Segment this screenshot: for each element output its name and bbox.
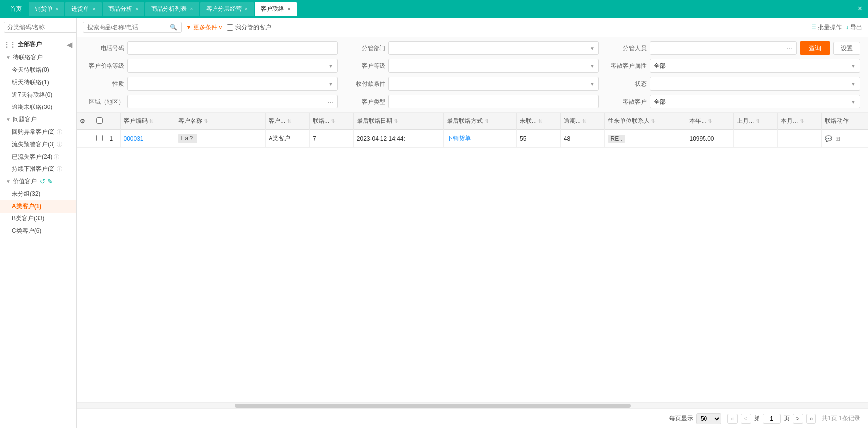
phone-label: 电话号码: [85, 44, 124, 53]
sidebar-item-churned[interactable]: 已流失客户(24) ⓘ: [0, 151, 76, 163]
manager-label: 分管人员: [607, 44, 647, 53]
tab-customer-segment-close[interactable]: ×: [245, 6, 248, 12]
my-customers-checkbox[interactable]: 我分管的客户: [227, 23, 271, 32]
cell-last-method[interactable]: 下销货单: [444, 130, 517, 148]
next-page-btn[interactable]: >: [793, 414, 803, 424]
col-code[interactable]: 客户编码 ⇅: [120, 113, 175, 130]
last-page-btn[interactable]: »: [806, 414, 816, 424]
info-icon-churned: ⓘ: [54, 153, 59, 160]
main-search-input[interactable]: [87, 24, 168, 31]
col-contact[interactable]: 联络... ⇅: [310, 113, 354, 130]
prev-page-btn[interactable]: <: [741, 414, 751, 424]
status-dropdown[interactable]: ▼: [650, 77, 860, 91]
filter-row-nature: 性质 ▼: [85, 77, 338, 91]
group-problem-customers[interactable]: ▼ 问题客户: [0, 113, 76, 126]
all-customers-label[interactable]: 全部客户: [18, 40, 42, 49]
comment-icon[interactable]: 💬: [825, 135, 832, 142]
customer-type-input[interactable]: [388, 95, 599, 108]
all-customers-header: ⋮⋮ 全部客户 ◀: [0, 37, 76, 52]
price-level-dropdown[interactable]: ▼: [127, 59, 338, 73]
tab-customer-contact-close[interactable]: ×: [287, 6, 290, 12]
settings-icon[interactable]: ⚙: [80, 118, 85, 125]
col-unit-contact[interactable]: 往来单位联系人 ⇅: [604, 113, 686, 130]
tab-analysis-list-close[interactable]: ×: [190, 6, 193, 12]
col-overdue[interactable]: 逾期... ⇅: [560, 113, 604, 130]
col-settings[interactable]: ⚙: [77, 113, 93, 130]
first-page-btn[interactable]: «: [727, 414, 738, 424]
col-last-month[interactable]: 上月... ⇅: [734, 113, 778, 130]
col-unit-contact-label: 往来单位联系人: [608, 117, 650, 124]
col-last-method-label: 最后联络方式: [447, 117, 483, 124]
sidebar-item-class-c[interactable]: C类客户(6): [0, 225, 76, 237]
retail-customer-dropdown[interactable]: 全部 ▼: [650, 95, 860, 108]
nature-dropdown[interactable]: ▼: [127, 77, 338, 91]
close-all-tabs[interactable]: ×: [856, 2, 864, 15]
tab-analysis-list[interactable]: 商品分析列表 ×: [145, 2, 199, 16]
col-last-method[interactable]: 最后联络方式 ⇅: [444, 113, 517, 130]
dept-dropdown[interactable]: ▼: [388, 41, 599, 55]
group-pending-contact[interactable]: ▼ 待联络客户: [0, 52, 76, 64]
sidebar-item-churn-warning[interactable]: 流失预警客户(3) ⓘ: [0, 138, 76, 151]
manager-input[interactable]: ···: [650, 41, 797, 55]
sidebar-item-declining[interactable]: 持续下滑客户(2) ⓘ: [0, 163, 76, 175]
col-this-month-label: 本月...: [781, 117, 798, 124]
retail-attr-dropdown[interactable]: 全部 ▼: [650, 59, 860, 73]
batch-op-label: 批量操作: [818, 23, 842, 32]
sidebar-collapse-btn[interactable]: ◀: [67, 41, 72, 49]
refresh-icon[interactable]: ↺: [40, 178, 45, 185]
setting-button[interactable]: 设置: [833, 42, 860, 55]
edit-icon[interactable]: ✎: [47, 178, 53, 185]
tab-purchase[interactable]: 进货单 ×: [65, 2, 101, 16]
current-page-input[interactable]: [763, 414, 781, 424]
col-this-month[interactable]: 本月... ⇅: [778, 113, 822, 130]
sidebar-item-tomorrow[interactable]: 明天待联络(1): [0, 76, 76, 89]
cell-action: 💬 ⊞: [822, 130, 868, 148]
tab-sales-label: 销货单: [35, 5, 53, 13]
more-filters-btn[interactable]: ▼ 更多条件 ∨: [186, 23, 223, 32]
export-btn[interactable]: ↓ 导出: [846, 23, 862, 32]
sidebar-item-class-b[interactable]: B类客户(33): [0, 213, 76, 225]
tab-home[interactable]: 首页: [4, 2, 28, 16]
sidebar-item-abnormal[interactable]: 回购异常客户(2) ⓘ: [0, 126, 76, 138]
sidebar-search-input[interactable]: [4, 22, 77, 33]
per-page-select[interactable]: 50 100 200: [696, 413, 721, 424]
region-input[interactable]: ···: [127, 95, 338, 108]
tab-customer-segment[interactable]: 客户分层经营 ×: [200, 2, 254, 16]
group-value-customers[interactable]: ▼ 价值客户 ↺ ✎: [0, 175, 76, 188]
batch-op-btn[interactable]: ☰ 批量操作: [811, 23, 842, 32]
tab-analysis[interactable]: 商品分析 ×: [103, 2, 144, 16]
tab-purchase-close[interactable]: ×: [92, 6, 95, 12]
col-name[interactable]: 客户名称 ⇅: [175, 113, 266, 130]
grid-icon[interactable]: ⊞: [835, 135, 840, 142]
col-type[interactable]: 客户... ⇅: [266, 113, 310, 130]
col-no-contact[interactable]: 未联... ⇅: [517, 113, 561, 130]
sidebar-item-ungrouped[interactable]: 未分组(32): [0, 188, 76, 200]
phone-input[interactable]: [127, 41, 338, 55]
my-customers-check[interactable]: [227, 24, 233, 31]
scroll-thumb[interactable]: [235, 404, 631, 408]
col-last-date[interactable]: 最后联络日期 ⇅: [353, 113, 444, 130]
horizontal-scrollbar[interactable]: [77, 402, 868, 408]
tab-customer-segment-label: 客户分层经营: [206, 5, 242, 13]
cell-checkbox[interactable]: [93, 130, 107, 148]
row-checkbox[interactable]: [96, 135, 103, 141]
cell-code[interactable]: 000031: [120, 130, 175, 148]
search-button[interactable]: 查询: [800, 41, 830, 55]
tab-sales[interactable]: 销货单 ×: [29, 2, 64, 16]
tab-sales-close[interactable]: ×: [55, 6, 58, 12]
tab-analysis-close[interactable]: ×: [135, 6, 138, 12]
col-this-year[interactable]: 本年... ⇅: [686, 113, 734, 130]
select-all-checkbox[interactable]: [96, 117, 103, 124]
sidebar-item-overdue[interactable]: 逾期未联络(30): [0, 101, 76, 113]
sidebar-item-today[interactable]: 今天待联络(0): [0, 64, 76, 76]
payment-label: 收付款条件: [346, 80, 385, 88]
customer-level-dropdown[interactable]: ▼: [388, 59, 599, 73]
last-method-link[interactable]: 下销货单: [447, 135, 471, 142]
info-icon-declining: ⓘ: [57, 165, 62, 173]
main-search-icon[interactable]: 🔍: [170, 24, 177, 31]
col-checkbox[interactable]: [93, 113, 107, 130]
payment-dropdown[interactable]: ▼: [388, 77, 599, 91]
tab-customer-contact[interactable]: 客户联络 ×: [255, 2, 296, 16]
sidebar-item-class-a[interactable]: A类客户(1): [0, 200, 76, 213]
sidebar-item-7days[interactable]: 近7天待联络(0): [0, 89, 76, 101]
